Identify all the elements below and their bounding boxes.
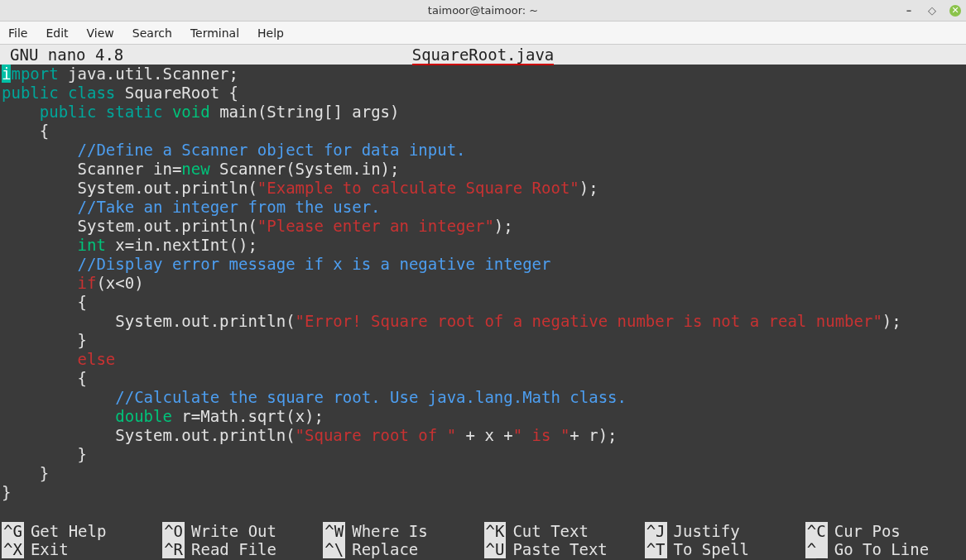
close-icon[interactable]: ✕ [949,5,961,17]
help-paste: ^UPaste Text [484,540,645,558]
help-justify: ^JJustify [645,522,805,540]
help-goto-line: ^_Go To Line [805,540,966,558]
nano-version: GNU nano 4.8 [10,45,123,64]
maximize-icon[interactable]: ◇ [926,5,938,17]
menu-bar: File Edit View Search Terminal Help [0,22,966,45]
help-cur-pos: ^CCur Pos [805,522,966,540]
nano-filename: SquareRoot.java [412,45,555,65]
help-replace: ^\Replace [323,540,483,558]
minimize-icon[interactable]: – [903,5,915,17]
menu-file[interactable]: File [8,26,27,40]
help-get-help: ^GGet Help [2,522,162,540]
menu-help[interactable]: Help [257,26,284,40]
editor-area[interactable]: import java.util.Scanner; public class S… [0,65,966,527]
menu-terminal[interactable]: Terminal [190,26,239,40]
nano-help-bar: ^GGet Help ^OWrite Out ^WWhere Is ^KCut … [0,520,966,560]
window-titlebar: taimoor@taimoor: ~ – ◇ ✕ [0,0,966,22]
help-to-spell: ^TTo Spell [645,540,805,558]
menu-view[interactable]: View [87,26,114,40]
help-read-file: ^RRead File [162,540,323,558]
nano-header: GNU nano 4.8 SquareRoot.java [0,45,966,65]
menu-search[interactable]: Search [132,26,172,40]
menu-edit[interactable]: Edit [46,26,68,40]
help-where-is: ^WWhere Is [323,522,483,540]
help-exit: ^XExit [2,540,162,558]
cursor: i [2,65,11,83]
help-cut-text: ^KCut Text [484,522,645,540]
window-title: taimoor@taimoor: ~ [428,4,538,17]
help-write-out: ^OWrite Out [162,522,323,540]
